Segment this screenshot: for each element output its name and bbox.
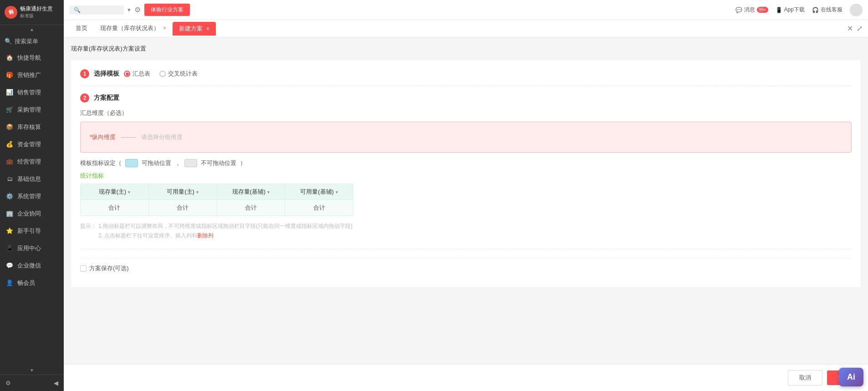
sidebar-item-quick-nav[interactable]: 🏠 快捷导航 <box>0 49 64 67</box>
sidebar-logo: 畅 畅康通好生意 标准版 <box>0 0 64 25</box>
sidebar-item-label: 销售管理 <box>17 88 41 97</box>
tab-inventory[interactable]: 现存量（库存状况表） × <box>94 21 173 37</box>
content-area: 现存量(库存状况表)方案设置 1 选择模板 汇总表 交叉统计表 <box>64 37 868 364</box>
window-expand-icon[interactable]: ⤢ <box>857 24 863 33</box>
radio-cross[interactable]: 交叉统计表 <box>159 70 198 78</box>
app-edition: 标准版 <box>20 13 53 19</box>
radio-summary-dot <box>124 71 130 77</box>
sidebar-settings-icon[interactable]: ⚙ <box>5 380 11 386</box>
search-menu-label: 搜索菜单 <box>15 37 38 46</box>
tips-section: 提示： 1.拖动标题栏可以调整布局，不可跨维度或指标区域拖动栏目字段(只能在同一… <box>80 222 852 242</box>
online-service-button[interactable]: 🎧 在线客服 <box>812 6 842 14</box>
sidebar-item-system[interactable]: ⚙️ 系统管理 <box>0 188 64 205</box>
user-avatar[interactable] <box>850 4 863 16</box>
ai-float-button[interactable]: Ai <box>839 368 863 386</box>
dimension-selection-area[interactable]: *纵向维度 —— 请选择分组维度 <box>80 122 852 153</box>
star-icon: ⭐ <box>5 227 14 235</box>
sidebar-collapse-icon[interactable]: ◀ <box>54 380 58 386</box>
sidebar-item-purchase[interactable]: 🛒 采购管理 <box>0 101 64 118</box>
sidebar-item-label: 基础信息 <box>17 175 41 183</box>
tab-new-scheme[interactable]: 新建方案 × <box>173 22 216 36</box>
sidebar-nav: 🏠 快捷导航 🎁 营销推广 📊 销售管理 🛒 采购管理 📦 库存核算 💰 资金管… <box>0 49 64 366</box>
tab-inventory-label: 现存量（库存状况表） <box>100 24 159 32</box>
home-icon: 🏠 <box>5 54 14 62</box>
cancel-button[interactable]: 取消 <box>788 370 822 386</box>
window-close-icon[interactable]: ✕ <box>847 24 853 33</box>
money-icon: 💰 <box>5 140 14 149</box>
stats-col-3[interactable]: 可用量(基辅) ▾ <box>285 184 353 200</box>
save-scheme-checkbox-item[interactable]: 方案保存(可选) <box>80 264 129 273</box>
step2-title: 方案配置 <box>94 94 119 102</box>
stats-col-1-label: 可用量(主) <box>167 188 194 196</box>
sidebar-item-label: 应用中心 <box>17 244 41 252</box>
sidebar-item-basic-info[interactable]: 🗂 基础信息 <box>0 170 64 188</box>
vertical-dim-label: *纵向维度 <box>90 133 116 141</box>
messages-button[interactable]: 💬 消息 99+ <box>735 6 768 14</box>
message-icon: 💬 <box>735 7 742 13</box>
sidebar-item-member[interactable]: 👤 畅会员 <box>0 274 64 292</box>
stats-cell-0-0: 合计 <box>81 200 149 216</box>
stats-cell-0-1: 合计 <box>149 200 217 216</box>
trial-industry-button[interactable]: 体验行业方案 <box>144 4 190 16</box>
sidebar: 畅 畅康通好生意 标准版 ▲ 🔍 搜索菜单 🏠 快捷导航 🎁 营销推广 📊 销售… <box>0 0 64 391</box>
tips-prefix: 提示： <box>80 222 97 230</box>
tab-new-scheme-close[interactable]: × <box>206 26 209 32</box>
draggable-label: 可拖动位置 <box>142 159 171 167</box>
save-scheme-checkbox[interactable] <box>80 265 87 272</box>
sidebar-item-finance[interactable]: 💰 资金管理 <box>0 136 64 153</box>
stats-col-2[interactable]: 现存量(基辅) ▾ <box>217 184 286 200</box>
topbar-gear-icon[interactable]: ⚙ <box>134 5 141 14</box>
step2-header: 2 方案配置 <box>80 93 852 103</box>
topbar-right: 💬 消息 99+ 📱 App下载 🎧 在线客服 <box>735 4 863 16</box>
apps-icon: 📱 <box>5 244 14 252</box>
topbar-dropdown-icon[interactable]: ▾ <box>128 6 131 13</box>
indicator-suffix: ） <box>240 159 246 167</box>
sidebar-item-sales[interactable]: 📊 销售管理 <box>0 84 64 101</box>
main-wrapper: 🔍 ▾ ⚙ 体验行业方案 💬 消息 99+ 📱 App下载 🎧 在线客服 <box>64 0 868 391</box>
bag-icon: 🛒 <box>5 106 14 114</box>
gift-icon: 🎁 <box>5 71 14 79</box>
step1-title: 选择模板 <box>94 70 119 78</box>
sidebar-footer: ⚙ ◀ <box>0 375 64 391</box>
tabs-bar: 首页 现存量（库存状况表） × 新建方案 × ✕ ⤢ <box>64 20 868 37</box>
sidebar-item-marketing[interactable]: 🎁 营销推广 <box>0 67 64 84</box>
app-download-button[interactable]: 📱 App下载 <box>776 6 805 14</box>
wechat-icon: 💬 <box>5 262 14 270</box>
search-menu[interactable]: 🔍 搜索菜单 <box>0 34 64 49</box>
sidebar-item-label: 采购管理 <box>17 106 41 114</box>
aggregate-dim-label: 汇总维度（必选） <box>80 109 852 117</box>
sidebar-item-enterprise[interactable]: 🏢 企业协同 <box>0 205 64 222</box>
stats-col-1[interactable]: 可用量(主) ▾ <box>149 184 217 200</box>
tab-inventory-close[interactable]: × <box>163 25 166 31</box>
topbar-left: 🔍 ▾ ⚙ 体验行业方案 <box>69 4 731 16</box>
stats-col-2-chevron: ▾ <box>267 190 270 195</box>
building-icon: 🏢 <box>5 210 14 218</box>
footer-bar: 取消 查询 <box>64 364 868 391</box>
step-divider <box>80 86 852 86</box>
radio-cross-label: 交叉统计表 <box>168 70 198 78</box>
sidebar-scroll-up[interactable]: ▲ <box>0 25 64 34</box>
sidebar-item-label: 新手引导 <box>17 227 41 235</box>
tab-home[interactable]: 首页 <box>69 21 94 37</box>
sidebar-scroll-down[interactable]: ▼ <box>0 366 64 375</box>
app-name-block: 畅康通好生意 标准版 <box>20 5 53 19</box>
sidebar-item-guide[interactable]: ⭐ 新手引导 <box>0 222 64 240</box>
stats-col-3-chevron: ▾ <box>336 190 338 195</box>
radio-summary-label: 汇总表 <box>133 70 150 78</box>
grid-icon: 🗂 <box>5 175 14 183</box>
sidebar-item-wechat[interactable]: 💬 企业微信 <box>0 257 64 274</box>
tip-item-0: 1.拖动标题栏可以调整布局，不可跨维度或指标区域拖动栏目字段(只能在同一维度或指… <box>98 222 352 230</box>
topbar-search-bar[interactable]: 🔍 <box>69 5 124 15</box>
step1-badge: 1 <box>80 69 89 78</box>
stats-table-row-0: 合计 合计 合计 合计 <box>81 200 353 216</box>
sidebar-item-management[interactable]: 💼 经营管理 <box>0 153 64 170</box>
step1-header: 1 选择模板 汇总表 交叉统计表 <box>80 69 852 78</box>
stats-col-0[interactable]: 现存量(主) ▾ <box>81 184 149 200</box>
sidebar-item-label: 资金管理 <box>17 140 41 149</box>
fixed-label: 不可拖动位置 <box>201 159 236 167</box>
sidebar-item-label: 库存核算 <box>17 123 41 131</box>
sidebar-item-app-center[interactable]: 📱 应用中心 <box>0 240 64 257</box>
radio-summary[interactable]: 汇总表 <box>124 70 150 78</box>
sidebar-item-inventory[interactable]: 📦 库存核算 <box>0 118 64 136</box>
box-icon: 📦 <box>5 123 14 131</box>
